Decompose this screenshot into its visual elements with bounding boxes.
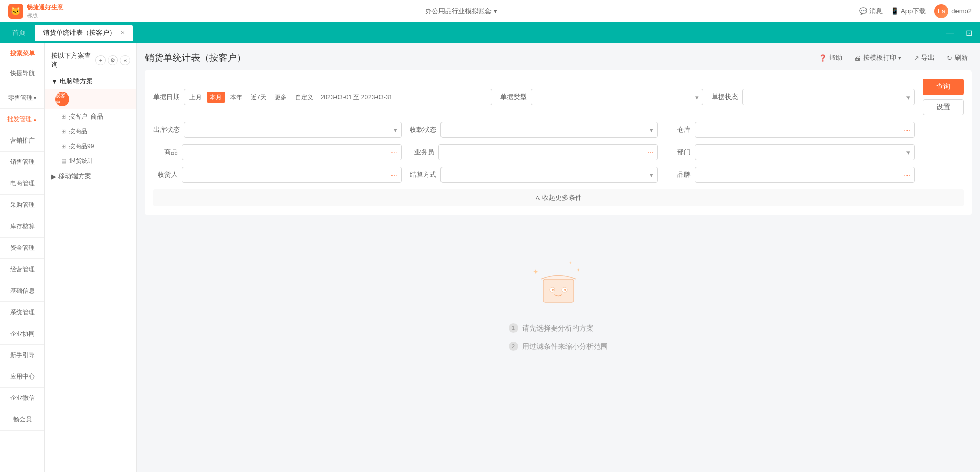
page-title: 销货单统计表（按客户） xyxy=(145,52,246,64)
tip-2: 2 用过滤条件来缩小分析范围 xyxy=(509,339,608,353)
svg-text:✦: ✦ xyxy=(569,261,572,265)
brand-label: 品牌 xyxy=(666,170,691,179)
doc-type-control[interactable]: ▾ xyxy=(531,89,703,105)
print-button[interactable]: 🖨 按模板打印 ▾ xyxy=(850,51,905,64)
sidebar-item-guide[interactable]: 新手引导 xyxy=(0,345,44,366)
receiver-control[interactable]: ··· xyxy=(182,167,402,183)
department-control[interactable]: ▾ xyxy=(695,144,915,160)
page-header: 销货单统计表（按客户） ❓ 帮助 🖨 按模板打印 ▾ ↗ 导出 ↻ 刷新 xyxy=(145,51,972,64)
query-button[interactable]: 查询 xyxy=(923,79,964,95)
sidebar-item-collab[interactable]: 企业协同 xyxy=(0,323,44,345)
sidebar-item-system[interactable]: 系统管理 xyxy=(0,302,44,323)
sidebar-quick-nav[interactable]: 快捷导航 xyxy=(0,64,44,83)
main-layout: 搜索菜单 快捷导航 零售管理 ▾ 批发管理 ▲ 营销推广 销售管理 电商管理 采… xyxy=(0,43,980,472)
sidebar-search[interactable]: 搜索菜单 xyxy=(0,43,44,64)
sidebar-item-ecommerce[interactable]: 电商管理 xyxy=(0,173,44,195)
filter-row-1: 单据日期 上月 本月 本年 近7天 更多 自定义 2023-03-01 至 20… xyxy=(153,79,964,115)
tree-item-by-goods99[interactable]: ⊞ 按商品99 xyxy=(45,139,136,154)
sidebar: 搜索菜单 快捷导航 零售管理 ▾ 批发管理 ▲ 营销推广 销售管理 电商管理 采… xyxy=(0,43,45,472)
sidebar-item-inventory[interactable]: 库存核算 xyxy=(0,216,44,238)
brand-control[interactable]: ··· xyxy=(695,167,915,183)
this-year-btn[interactable]: 本年 xyxy=(227,92,246,103)
settlement-control[interactable]: ▾ xyxy=(440,167,658,183)
filter-panel: 单据日期 上月 本月 本年 近7天 更多 自定义 2023-03-01 至 20… xyxy=(145,70,972,215)
help-button[interactable]: ❓ 帮助 xyxy=(815,51,846,64)
active-indicator: 按客户 xyxy=(55,92,69,106)
sidebar-item-basic[interactable]: 基础信息 xyxy=(0,280,44,302)
tab-close-button[interactable]: × xyxy=(121,29,125,36)
tab-report[interactable]: 销货单统计表（按客户） × xyxy=(35,25,133,41)
message-button[interactable]: 💬 消息 xyxy=(859,7,883,16)
date-range-control[interactable]: 上月 本月 本年 近7天 更多 自定义 2023-03-01 至 2023-03… xyxy=(184,89,492,105)
query-btn-group: 查询 设置 xyxy=(923,79,964,115)
tree-group-mobile[interactable]: ▶ 移动端方案 xyxy=(45,169,136,184)
refresh-button[interactable]: ↻ 刷新 xyxy=(943,51,972,64)
sidebar-item-member[interactable]: 畅会员 xyxy=(0,409,44,431)
help-icon: ❓ xyxy=(819,54,827,62)
sidebar-item-wholesale[interactable]: 批发管理 ▲ xyxy=(0,109,44,130)
left-panel: 按以下方案查询 + ⚙ « ▼ 电脑端方案 按客户 ⊞ 按客户+商品 ⊞ 按商品… xyxy=(45,43,137,472)
collapse-panel-button[interactable]: « xyxy=(120,55,130,65)
sidebar-item-purchase[interactable]: 采购管理 xyxy=(0,195,44,216)
message-icon: 💬 xyxy=(859,7,867,15)
export-button[interactable]: ↗ 导出 xyxy=(910,51,939,64)
out-status-control[interactable]: ▾ xyxy=(184,122,402,138)
warehouse-control[interactable]: ··· xyxy=(695,122,915,138)
receiver-label: 收货人 xyxy=(153,170,178,179)
tab-bar: 首页 销货单统计表（按客户） × — ⊡ xyxy=(0,22,980,43)
app-icon: 📱 xyxy=(891,7,899,15)
tree-item-customer-goods[interactable]: ⊞ 按客户+商品 xyxy=(45,109,136,124)
chevron-down-icon: ▾ xyxy=(695,93,699,101)
sidebar-item-apps[interactable]: 应用中心 xyxy=(0,366,44,388)
add-scheme-button[interactable]: + xyxy=(95,55,106,65)
scheme-settings-button[interactable]: ⚙ xyxy=(108,55,118,65)
date-range-text: 2023-03-01 至 2023-03-31 xyxy=(318,93,395,102)
this-month-btn[interactable]: 本月 xyxy=(207,92,225,103)
tree-group-desktop[interactable]: ▼ 电脑端方案 xyxy=(45,74,136,89)
empty-tips: 1 请先选择要分析的方案 2 用过滤条件来缩小分析范围 xyxy=(509,321,608,353)
more-btn[interactable]: 更多 xyxy=(272,92,290,103)
user-area[interactable]: Ea demo2 xyxy=(934,4,972,18)
filter-out-status: 出库状态 ▾ xyxy=(153,122,402,138)
avatar: Ea xyxy=(934,4,948,18)
tree-item-by-goods[interactable]: ⊞ 按商品 xyxy=(45,124,136,139)
filter-department: 部门 ▾ xyxy=(666,144,915,160)
sidebar-item-operation[interactable]: 经营管理 xyxy=(0,259,44,280)
chevron-down-icon: ▾ xyxy=(650,171,653,179)
top-bar: 🐱 畅捷通好生意 标版 办公用品行业模拟账套 ▾ 💬 消息 📱 App下载 Ea… xyxy=(0,0,980,22)
tab-restore-button[interactable]: ⊡ xyxy=(962,26,976,40)
app-download-button[interactable]: 📱 App下载 xyxy=(891,7,926,16)
sidebar-item-finance[interactable]: 资金管理 xyxy=(0,238,44,259)
doc-status-control[interactable]: ▾ xyxy=(742,89,915,105)
tree-item-return-stats[interactable]: ▤ 退货统计 xyxy=(45,154,136,169)
svg-point-3 xyxy=(552,289,554,291)
sidebar-item-retail[interactable]: 零售管理 ▾ xyxy=(0,87,44,109)
sidebar-item-sales[interactable]: 销售管理 xyxy=(0,152,44,173)
sidebar-item-wechat[interactable]: 企业微信 xyxy=(0,388,44,409)
recent7-btn[interactable]: 近7天 xyxy=(248,92,270,103)
refresh-icon: ↻ xyxy=(947,54,952,62)
department-label: 部门 xyxy=(666,148,691,157)
settings-button[interactable]: 设置 xyxy=(923,99,964,115)
top-bar-right: 💬 消息 📱 App下载 Ea demo2 xyxy=(859,4,972,18)
filter-row-2: 出库状态 ▾ 收款状态 ▾ 仓库 xyxy=(153,122,964,138)
chevron-down-icon[interactable]: ▾ xyxy=(494,7,497,15)
page-actions: ❓ 帮助 🖨 按模板打印 ▾ ↗ 导出 ↻ 刷新 xyxy=(815,51,972,64)
tree-item-by-customer[interactable]: 按客户 xyxy=(45,89,136,109)
collapse-conditions-button[interactable]: ∧ 收起更多条件 xyxy=(153,189,964,206)
last-month-btn[interactable]: 上月 xyxy=(186,92,205,103)
tab-home[interactable]: 首页 xyxy=(4,25,34,41)
filter-doc-type: 单据类型 ▾ xyxy=(500,89,703,105)
out-status-label: 出库状态 xyxy=(153,125,180,134)
goods-control[interactable]: ··· xyxy=(182,144,402,160)
tab-minimize-button[interactable]: — xyxy=(943,26,958,40)
filter-salesperson: 业务员 ··· xyxy=(410,144,658,160)
sidebar-item-marketing[interactable]: 营销推广 xyxy=(0,130,44,152)
collect-status-control[interactable]: ▾ xyxy=(440,122,658,138)
salesperson-control[interactable]: ··· xyxy=(438,144,658,160)
filter-goods: 商品 ··· xyxy=(153,144,402,160)
print-icon: 🖨 xyxy=(854,54,861,62)
content-area: 销货单统计表（按客户） ❓ 帮助 🖨 按模板打印 ▾ ↗ 导出 ↻ 刷新 xyxy=(137,43,980,472)
custom-btn[interactable]: 自定义 xyxy=(292,92,316,103)
svg-point-4 xyxy=(564,289,566,291)
